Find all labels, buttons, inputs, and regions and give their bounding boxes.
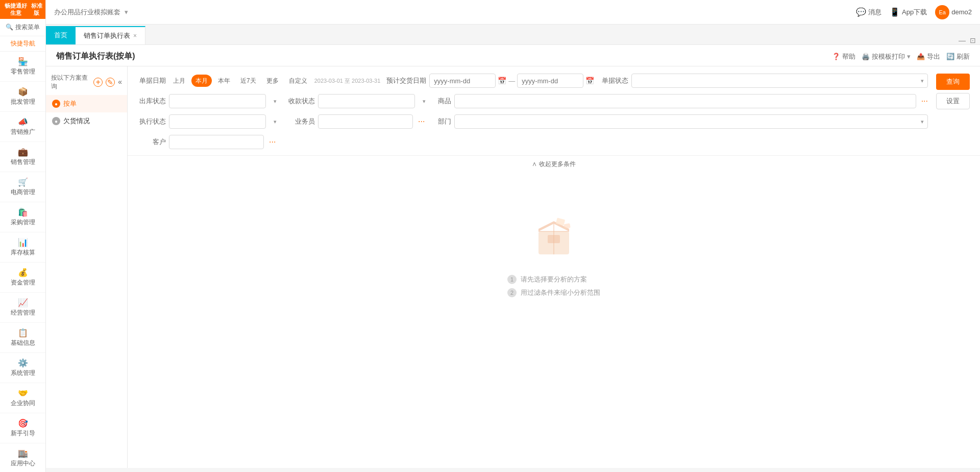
app-title-dropdown-icon[interactable]: ▾: [125, 8, 128, 16]
step1-text: 请先选择要分析的方案: [521, 275, 587, 284]
sidebar-item-retail[interactable]: 🏪 零售管理: [0, 52, 45, 82]
empty-step-2: 2 用过滤条件来缩小分析范围: [507, 288, 600, 297]
date-this-month[interactable]: 本月: [191, 75, 212, 87]
customer-more-icon[interactable]: ···: [269, 137, 276, 147]
search-label: 搜索菜单: [15, 23, 40, 31]
sidebar-item-ecommerce[interactable]: 🛒 电商管理: [0, 172, 45, 202]
main-area: 办公用品行业模拟账套 ▾ 💬 消息 📱 App下载 Ea demo2 首页: [46, 0, 980, 472]
out-status-label: 出库状态: [138, 97, 166, 106]
exec-status-select[interactable]: [169, 114, 266, 129]
sidebar-search[interactable]: 🔍 搜索菜单: [0, 19, 45, 36]
logo-text-line2: 标准版: [30, 2, 43, 17]
print-label: 按模板打印: [872, 52, 905, 61]
username-label: demo2: [951, 8, 972, 16]
sidebar-item-inventory[interactable]: 📊 库存核算: [0, 232, 45, 263]
sidebar-item-wholesale[interactable]: 📦 批发管理: [0, 82, 45, 112]
salesperson-input[interactable]: [318, 114, 413, 129]
out-status-select[interactable]: [169, 94, 266, 108]
date-last-month[interactable]: 上月: [169, 75, 189, 87]
refresh-btn[interactable]: 🔄 刷新: [946, 52, 970, 61]
sidebar-quick-nav[interactable]: 快捷导航: [0, 36, 45, 52]
customer-input[interactable]: [169, 135, 264, 149]
empty-state: 1 请先选择要分析的方案 2 用过滤条件来缩小分析范围: [128, 173, 980, 338]
date-field-label: 单据日期: [138, 76, 166, 85]
query-button[interactable]: 查询: [936, 74, 970, 90]
operation-icon: 📈: [18, 298, 28, 308]
page-title-bar: 销售订单执行表(按单) ❓ 帮助 🖨️ 按模板打印 ▾ 📤 导出 🔄 刷新: [46, 45, 980, 66]
export-btn[interactable]: 📤 导出: [917, 52, 940, 61]
sidebar-item-appstore[interactable]: 🏬 应用中心: [0, 443, 45, 472]
top-header: 办公用品行业模拟账套 ▾ 💬 消息 📱 App下载 Ea demo2: [46, 0, 980, 25]
sidebar-item-corp[interactable]: 🤝 企业协同: [0, 383, 45, 413]
add-scheme-icon[interactable]: +: [93, 78, 103, 87]
goods-more-icon[interactable]: ···: [921, 97, 928, 106]
tab-close-icon[interactable]: ×: [133, 32, 137, 39]
goods-input[interactable]: [454, 94, 916, 108]
byorder-dot: ●: [52, 100, 60, 108]
date-this-year[interactable]: 本年: [214, 75, 234, 87]
out-status-wrapper: [169, 94, 281, 108]
receive-status-select[interactable]: [318, 94, 415, 108]
left-panel-header: 按以下方案查询 + ✎ «: [46, 72, 127, 95]
avatar: Ea: [935, 5, 949, 19]
forecast-start-calendar-icon[interactable]: 📅: [498, 77, 506, 85]
print-icon: 🖨️: [862, 53, 870, 60]
newbie-icon: 🎯: [18, 418, 28, 428]
message-btn[interactable]: 💬 消息: [856, 7, 881, 17]
forecast-end-calendar-icon[interactable]: 📅: [585, 77, 594, 85]
edit-scheme-icon[interactable]: ✎: [106, 78, 115, 87]
sidebar-item-purchase[interactable]: 🛍️ 采购管理: [0, 202, 45, 232]
forecast-start-input[interactable]: [429, 74, 496, 88]
date-more[interactable]: 更多: [262, 75, 283, 87]
receive-status-wrapper: [318, 94, 430, 108]
scheme-byorder[interactable]: ● 按单: [46, 95, 127, 112]
collapse-panel-icon[interactable]: «: [118, 78, 122, 87]
tab-home[interactable]: 首页: [46, 26, 76, 44]
status-select[interactable]: [631, 74, 928, 88]
sidebar-item-marketing[interactable]: 📣 营销推广: [0, 112, 45, 142]
bydebt-dot: ●: [52, 117, 60, 125]
customer-group: 客户 ···: [138, 135, 281, 149]
sidebar-item-newbie[interactable]: 🎯 新手引导: [0, 413, 45, 443]
date-range-text: 2023-03-01 至 2023-03-31: [314, 77, 381, 85]
tab-restore-icon[interactable]: ⊡: [970, 36, 976, 44]
salesperson-more-icon[interactable]: ···: [418, 117, 425, 126]
wholesale-icon: 📦: [18, 87, 28, 97]
tab-min-icon[interactable]: —: [959, 36, 966, 44]
scheme-bydebt[interactable]: ● 欠货情况: [46, 112, 127, 130]
forecast-end-input[interactable]: [517, 74, 583, 88]
print-dropdown-icon: ▾: [907, 53, 911, 60]
filter-action-buttons: 查询 设置: [936, 74, 970, 109]
status-label: 单据状态: [600, 76, 628, 85]
inventory-icon: 📊: [18, 238, 28, 247]
sidebar-item-operation[interactable]: 📈 经营管理: [0, 293, 45, 323]
svg-rect-6: [564, 223, 570, 229]
date-custom[interactable]: 自定义: [285, 75, 311, 87]
collapse-bar[interactable]: ∧ 收起更多条件: [128, 155, 980, 173]
user-profile[interactable]: Ea demo2: [935, 5, 972, 19]
app-download-label: App下载: [902, 8, 927, 17]
empty-box-icon: [528, 214, 579, 265]
empty-step-1: 1 请先选择要分析的方案: [507, 275, 600, 284]
help-btn[interactable]: ❓ 帮助: [832, 52, 855, 61]
retail-icon: 🏪: [18, 57, 28, 66]
settings-button[interactable]: 设置: [936, 93, 970, 109]
app-download-btn[interactable]: 📱 App下载: [890, 7, 927, 17]
print-btn[interactable]: 🖨️ 按模板打印 ▾: [862, 52, 911, 61]
goods-label: 商品: [436, 97, 451, 106]
bydebt-label: 欠货情况: [63, 116, 90, 126]
sidebar-item-system[interactable]: ⚙️ 系统管理: [0, 353, 45, 383]
date-last-7[interactable]: 近7天: [236, 75, 260, 87]
left-panel-icons: + ✎ «: [93, 78, 122, 87]
refresh-icon: 🔄: [946, 53, 954, 60]
exec-status-wrapper: [169, 114, 281, 129]
sidebar-item-finance[interactable]: 💰 资金管理: [0, 263, 45, 293]
tabs-bar: 首页 销售订单执行表 × — ⊡: [46, 25, 980, 45]
tab-label: 销售订单执行表: [84, 31, 130, 40]
sidebar-item-basic[interactable]: 📋 基础信息: [0, 323, 45, 353]
dept-select[interactable]: [454, 114, 928, 129]
tabs-right-controls: — ⊡: [959, 36, 980, 44]
forecast-date-label: 预计交货日期: [386, 76, 426, 85]
sidebar-item-sales[interactable]: 💼 销售管理: [0, 142, 45, 172]
tab-sales-order[interactable]: 销售订单执行表 ×: [76, 26, 145, 44]
